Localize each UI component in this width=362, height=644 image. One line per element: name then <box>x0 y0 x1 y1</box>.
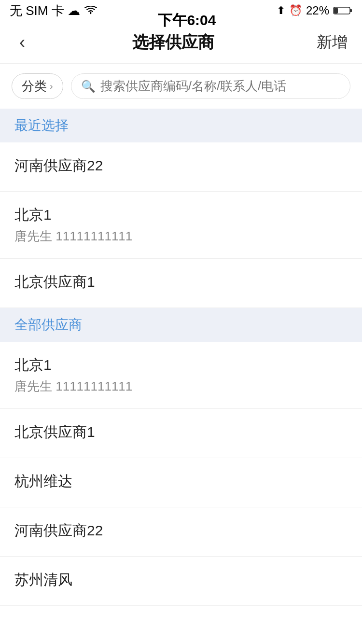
svg-rect-2 <box>334 8 338 14</box>
no-sim-label: 无 SIM 卡 ☁ <box>10 2 80 19</box>
item-name: 北京1 <box>14 205 348 225</box>
battery-icon <box>333 6 352 15</box>
list-item[interactable]: 河南供应商22 <box>0 507 362 557</box>
filter-bar: 分类 › 🔍 <box>0 64 362 109</box>
item-name: 河南供应商22 <box>14 156 348 176</box>
recent-section-header: 最近选择 <box>0 109 362 142</box>
list-item[interactable]: 杭州维达 <box>0 458 362 507</box>
item-name: 北京供应商1 <box>14 422 348 442</box>
back-button[interactable]: ‹ <box>14 28 30 57</box>
list-item[interactable]: 北京1唐先生 11111111111 <box>0 192 362 259</box>
item-name: 河南供应商22 <box>14 521 348 541</box>
item-subtitle: 唐先生 11111111111 <box>14 228 348 245</box>
search-input[interactable] <box>100 79 340 94</box>
status-bar: 无 SIM 卡 ☁ 下午6:04 ⬆ ⏰ 22% <box>0 0 362 21</box>
list-item[interactable]: 北京供应商1 <box>0 259 362 308</box>
search-icon: 🔍 <box>81 80 96 93</box>
all-items-list: 北京1唐先生 11111111111北京供应商1杭州维达河南供应商22苏州清风 <box>0 342 362 606</box>
status-time: 下午6:04 <box>158 11 216 30</box>
item-name: 北京1 <box>14 355 348 375</box>
list-item[interactable]: 北京1唐先生 11111111111 <box>0 342 362 409</box>
recent-items-list: 河南供应商22北京1唐先生 11111111111北京供应商1 <box>0 142 362 308</box>
search-box[interactable]: 🔍 <box>71 73 350 99</box>
category-label: 分类 <box>22 78 47 95</box>
item-name: 北京供应商1 <box>14 272 348 292</box>
list-item[interactable]: 河南供应商22 <box>0 142 362 192</box>
wifi-icon <box>84 6 97 15</box>
list-item[interactable]: 北京供应商1 <box>0 409 362 458</box>
all-section-header: 全部供应商 <box>0 308 362 342</box>
list-item[interactable]: 苏州清风 <box>0 557 362 606</box>
chevron-right-icon: › <box>50 81 53 92</box>
battery-label: 22% <box>306 4 329 17</box>
add-button[interactable]: 新增 <box>317 32 348 53</box>
category-filter[interactable]: 分类 › <box>12 73 63 99</box>
svg-rect-1 <box>350 9 352 12</box>
page-title: 选择供应商 <box>132 31 214 54</box>
recent-section-label: 最近选择 <box>14 118 69 133</box>
status-left: 无 SIM 卡 ☁ <box>10 2 97 19</box>
item-name: 苏州清风 <box>14 570 348 590</box>
item-subtitle: 唐先生 11111111111 <box>14 378 348 395</box>
status-right: ⬆ ⏰ 22% <box>277 4 352 17</box>
all-section-label: 全部供应商 <box>14 317 82 332</box>
location-icon: ⬆ <box>277 4 285 17</box>
alarm-icon: ⏰ <box>289 4 302 17</box>
item-name: 杭州维达 <box>14 472 348 491</box>
